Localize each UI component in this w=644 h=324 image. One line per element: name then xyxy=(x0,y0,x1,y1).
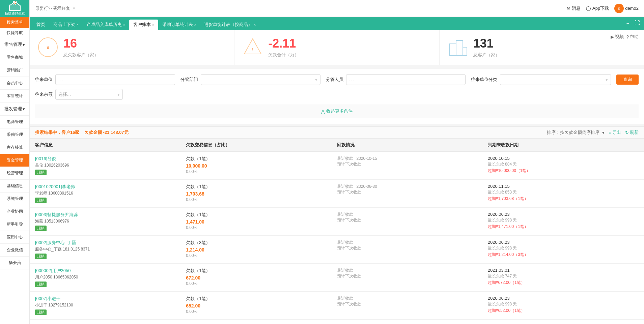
recovery-label: 最近收款 xyxy=(337,240,488,245)
recovery-next: 预计下次收款 xyxy=(337,301,488,307)
sidebar-item-retail-stats[interactable]: 零售统计 xyxy=(0,90,29,102)
sidebar-item-inventory[interactable]: 库存核算 xyxy=(0,141,29,154)
search-menu[interactable]: 搜索菜单 xyxy=(0,17,29,28)
recovery-label: 最近收款 2020-10-15 xyxy=(337,156,488,161)
customer-name[interactable]: [0007]小进干 xyxy=(35,296,186,302)
balance-select[interactable]: 选择... ▾ xyxy=(55,89,123,100)
overdue-date: 2020.06.23 xyxy=(488,296,639,301)
recovery-info: 最近收款 预计下次收款 xyxy=(337,268,488,279)
sidebar-item-marketing[interactable]: 营销推广 xyxy=(0,64,29,77)
sidebar-item-ecommerce[interactable]: 电商管理 xyxy=(0,116,29,128)
recovery-next: 预计下次收款 xyxy=(337,189,488,195)
customer-tag: 现销 xyxy=(35,310,47,315)
overdue-link[interactable]: 超期¥1,703.68（1笔） xyxy=(488,196,639,202)
sidebar-item-retail-mgmt[interactable]: 零售管理 ▾ xyxy=(0,38,29,51)
tab-customer-account[interactable]: 客户账本 × xyxy=(129,20,158,30)
customer-name[interactable]: [0003]畅捷服务尹海蕊 xyxy=(35,212,186,218)
unit-cat-select[interactable]: ▾ xyxy=(500,74,611,85)
manager-input[interactable]: ... xyxy=(346,74,466,85)
debt-count: 欠款（1笔） xyxy=(186,296,337,302)
help-btn[interactable]: ? 帮助 xyxy=(626,34,639,40)
debt-amount: 10,000.00 xyxy=(186,163,337,169)
dept-select[interactable]: ▾ xyxy=(201,74,320,85)
sidebar-item-enterprise-wechat[interactable]: 企业微信 xyxy=(0,244,29,257)
recovery-next: 预计下次收款 xyxy=(337,273,488,279)
help-icon: ? xyxy=(626,34,629,39)
minimize-btn[interactable]: － xyxy=(624,19,632,28)
app-download-label: App下载 xyxy=(592,5,609,11)
sidebar-item-basic-info[interactable]: 基础信息 xyxy=(0,180,29,193)
quick-nav[interactable]: 快捷导航 xyxy=(0,28,29,38)
source-unit-input[interactable]: ... xyxy=(55,74,175,85)
customer-name[interactable]: [0002]服务中心_丁磊 xyxy=(35,240,186,246)
tab-product-history[interactable]: 产成品入库单历史 × xyxy=(83,20,129,30)
refresh-btn[interactable]: ↻ 刷新 xyxy=(625,129,639,136)
amount-label: 欠款金额 xyxy=(84,130,102,135)
sidebar-item-vip[interactable]: 畅会员 xyxy=(0,257,29,269)
export-label: 导出 xyxy=(612,129,621,136)
sidebar-item-system[interactable]: 系统管理 xyxy=(0,193,29,205)
recovery-label: 最近收款 xyxy=(337,296,488,301)
maximize-btn[interactable]: ⛶ xyxy=(633,19,641,28)
customer-name[interactable]: [0001020001]李老师 xyxy=(35,184,186,190)
collapse-btn[interactable]: ⋀ 收起更多条件 xyxy=(35,106,639,116)
filter-row-2: 往来余额 选择... ▾ xyxy=(35,89,639,100)
sort-select[interactable]: 排序：按欠款金额倒序排序 ▾ xyxy=(547,129,605,136)
overdue-info: 2020.06.23 最长欠款 998 天 超期¥652.00（1笔） xyxy=(488,296,639,314)
overdue-link[interactable]: 超期¥652.00（1笔） xyxy=(488,308,639,314)
manager-label: 分管人员 xyxy=(326,77,343,83)
topbar-left: 母婴行业演示账套 ▾ xyxy=(35,5,75,11)
recovery-next: 预计下次收款 xyxy=(337,217,488,223)
tab-purchase-order[interactable]: 采购订单统计表 × xyxy=(158,20,200,30)
customer-name[interactable]: [0016]吕俊 xyxy=(35,156,186,162)
recovery-info: 最近收款 预计下次收款 xyxy=(337,212,488,223)
tab-close-icon[interactable]: × xyxy=(194,23,196,27)
sidebar-item-finance[interactable]: 资金管理 xyxy=(0,154,29,167)
overdue-link[interactable]: 超期¥1,471.00（1笔） xyxy=(488,224,639,230)
tab-close-icon[interactable]: × xyxy=(77,23,79,27)
stat-info-debtors: 16 总欠款客户（家） xyxy=(63,36,226,58)
overdue-link[interactable]: 超期¥672.00（1笔） xyxy=(488,280,639,286)
debt-amount: 1,214.00 xyxy=(186,247,337,253)
header-recovery: 回款情况 xyxy=(337,142,488,148)
overdue-days: 最长欠款 998 天 xyxy=(488,245,639,251)
header-debt: 欠款交易信息（占比） xyxy=(186,142,337,148)
sidebar-item-new-guide[interactable]: 新手引导 xyxy=(0,218,29,231)
sidebar-item-retail-mall[interactable]: 零售商城 xyxy=(0,51,29,64)
header-overdue: 到期未收款日期 xyxy=(488,142,639,148)
query-button[interactable]: 查询 xyxy=(616,75,639,85)
tab-product-listing[interactable]: 商品上下架 × xyxy=(49,20,83,30)
tab-close-icon[interactable]: × xyxy=(123,23,125,27)
sidebar-item-app-center[interactable]: 应用中心 xyxy=(0,231,29,244)
stat-card-total-customers: 131 总客户（家） ▶ 视频 ? 帮助 xyxy=(440,30,644,65)
sidebar-item-member[interactable]: 会员中心 xyxy=(0,77,29,90)
overdue-date: 2020.10.15 xyxy=(488,156,639,161)
company-name: 母婴行业演示账套 xyxy=(35,5,70,11)
overdue-link[interactable]: 超期¥10,000.00（1笔） xyxy=(488,168,639,174)
message-btn[interactable]: ✉ 消息 xyxy=(567,5,581,11)
video-btn[interactable]: ▶ 视频 xyxy=(611,34,624,40)
sidebar-item-operations[interactable]: 经营管理 xyxy=(0,167,29,180)
customer-tag: 现销 xyxy=(35,226,47,231)
overdue-link[interactable]: 超期¥1,214.00（3笔） xyxy=(488,252,639,258)
mobile-icon: ◯ xyxy=(586,6,591,11)
app-download-btn[interactable]: ◯ App下载 xyxy=(586,5,609,11)
sidebar-item-batch-mgmt[interactable]: 批发管理 ▾ xyxy=(0,102,29,116)
export-btn[interactable]: ○ 导出 xyxy=(609,129,621,136)
app-name: 畅捷通好生意 xyxy=(5,11,25,16)
debtors-count: 16 xyxy=(63,36,226,51)
debt-ratio: 0.00% xyxy=(186,197,337,202)
tab-close-icon[interactable]: × xyxy=(152,23,154,27)
sidebar-item-enterprise-collab[interactable]: 企业协同 xyxy=(0,205,29,218)
tab-close-icon[interactable]: × xyxy=(254,23,256,27)
tab-purchase-stats[interactable]: 进货单统计表（按商品） × xyxy=(200,20,260,30)
stat-card-debtors: ¥ 16 总欠款客户（家） xyxy=(30,30,234,65)
tab-home[interactable]: 首页 xyxy=(32,20,49,30)
amount-value: -21,148.07元 xyxy=(103,130,129,135)
customer-name[interactable]: [000002]用户2050 xyxy=(35,268,186,274)
sidebar-item-purchase[interactable]: 采购管理 xyxy=(0,128,29,141)
customer-tag: 现销 xyxy=(35,170,47,175)
recovery-info: 最近收款 预计下次收款 xyxy=(337,240,488,251)
user-avatar[interactable]: d demo2 xyxy=(614,4,639,13)
avatar: d xyxy=(614,4,624,13)
